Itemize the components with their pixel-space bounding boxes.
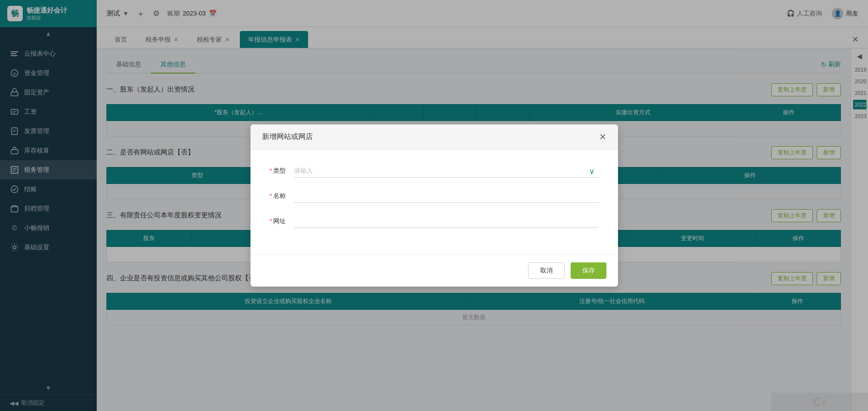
url-label: *网址 [270, 217, 294, 226]
name-input-wrap [294, 189, 599, 203]
modal-title: 新增网站或网店 [262, 132, 313, 141]
url-input[interactable] [294, 214, 599, 228]
add-website-modal: 新增网站或网店 ✕ *类型 ∨ *名称 [250, 124, 618, 287]
cancel-button[interactable]: 取消 [528, 262, 565, 279]
modal-footer: 取消 保存 [250, 254, 618, 287]
name-input[interactable] [294, 189, 599, 203]
form-row-type: *类型 ∨ [270, 164, 599, 178]
type-input-wrap: ∨ [294, 164, 599, 178]
type-label: *类型 [270, 167, 294, 175]
modal-body: *类型 ∨ *名称 *网址 [250, 150, 618, 254]
modal-header: 新增网站或网店 ✕ [250, 124, 618, 150]
name-label: *名称 [270, 192, 294, 200]
form-row-name: *名称 [270, 189, 599, 203]
save-button[interactable]: 保存 [571, 262, 606, 279]
type-input[interactable] [294, 164, 599, 178]
modal-close-button[interactable]: ✕ [599, 133, 606, 141]
url-input-wrap [294, 214, 599, 228]
modal-overlay: 新增网站或网店 ✕ *类型 ∨ *名称 [0, 0, 868, 411]
form-row-url: *网址 [270, 214, 599, 228]
